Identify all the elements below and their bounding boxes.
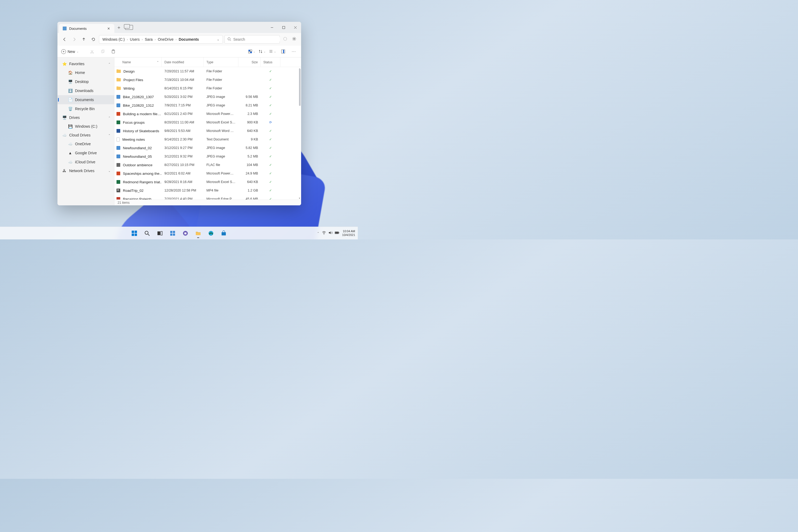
scrollbar-thumb[interactable] xyxy=(299,69,301,106)
search-input[interactable] xyxy=(233,37,280,41)
file-date: 8/27/2021 10:15 PM xyxy=(162,163,204,167)
file-explorer-icon[interactable] xyxy=(193,228,204,239)
file-row[interactable]: Project Files7/19/2021 10:04 AMFile Fold… xyxy=(114,76,301,84)
filter-button[interactable]: ⌄ xyxy=(248,50,255,54)
paste-icon[interactable] xyxy=(110,48,117,55)
file-row[interactable]: Spaceships among the…9/2/2021 6:02 AMMic… xyxy=(114,169,301,178)
column-status[interactable]: Status xyxy=(261,57,280,67)
store-icon[interactable] xyxy=(218,228,229,239)
more-icon[interactable]: ⋯ xyxy=(290,48,298,55)
sidebar-item-downloads[interactable]: ⬇️Downloads xyxy=(57,86,114,95)
task-view-icon[interactable] xyxy=(155,228,165,239)
file-name: Design xyxy=(124,70,135,73)
breadcrumb[interactable]: Windows (C:)›Users›Sara›OneDrive›Documen… xyxy=(99,35,223,44)
settings-icon[interactable] xyxy=(290,37,298,42)
file-type: Microsoft Excel Sprea… xyxy=(204,120,238,124)
view-button[interactable]: ⌄ xyxy=(269,50,276,54)
file-row[interactable]: History of Skateboards9/8/2021 5:53 AMMi… xyxy=(114,127,301,135)
file-type: Microisoft Word Doc… xyxy=(204,129,238,133)
volume-icon[interactable] xyxy=(328,231,332,236)
file-size: 9 KB xyxy=(238,137,261,141)
battery-icon[interactable] xyxy=(335,231,339,235)
svg-rect-30 xyxy=(173,231,175,233)
minimize-button[interactable] xyxy=(266,22,278,33)
cut-icon[interactable] xyxy=(88,48,96,55)
close-button[interactable] xyxy=(289,22,301,33)
breadcrumb-segment[interactable]: Windows (C:) xyxy=(102,37,125,41)
sidebar-item-documents[interactable]: 📄Documents xyxy=(57,95,114,104)
maximize-button[interactable] xyxy=(278,22,289,33)
sidebar-section[interactable]: 🖥️Drives⌃ xyxy=(57,113,114,122)
file-date: 7/20/2021 11:57 AM xyxy=(162,70,204,73)
search-box[interactable] xyxy=(225,35,280,44)
widgets-icon[interactable] xyxy=(167,228,178,239)
sidebar-item-windows-c-[interactable]: 💾Windows (C:) xyxy=(57,122,114,131)
tab-overview-icon[interactable] xyxy=(125,25,133,30)
sidebar-item-home[interactable]: 🏠Home xyxy=(57,68,114,77)
sidebar-item-google-drive[interactable]: ▲Google Drive xyxy=(57,148,114,157)
sidebar-item-onedrive[interactable]: ☁️OneDrive xyxy=(57,139,114,148)
file-row[interactable]: RoadTrip_0212/28/2020 12:58 PMMP4 file1.… xyxy=(114,186,301,195)
txt-icon xyxy=(116,137,120,141)
file-row[interactable]: Outdoor ambience8/27/2021 10:15 PMFLAC f… xyxy=(114,161,301,169)
taskbar-clock[interactable]: 10:04 AM10/4/2021 xyxy=(342,230,355,236)
window-tab[interactable]: Documents ✕ xyxy=(59,24,114,33)
wifi-icon[interactable] xyxy=(322,231,326,236)
copy-icon[interactable] xyxy=(99,48,107,55)
sidebar-section[interactable]: ☁️Cloud Drives⌃ xyxy=(57,131,114,139)
file-row[interactable]: Newfoundland_023/12/2021 9:27 PMJPEG ima… xyxy=(114,144,301,152)
svg-point-4 xyxy=(228,38,230,40)
sync-status-icon[interactable] xyxy=(281,37,289,42)
start-button[interactable] xyxy=(129,228,140,239)
file-row[interactable]: Redmond Rangers triat…9/28/2021 8:16 AMM… xyxy=(114,178,301,186)
close-tab-icon[interactable]: ✕ xyxy=(107,26,111,31)
column-name[interactable]: Name⌃ xyxy=(114,57,162,67)
folder-icon xyxy=(116,70,121,73)
details-pane-icon[interactable] xyxy=(279,48,287,55)
sidebar-section[interactable]: ⭐Favorites⌃ xyxy=(57,60,114,68)
up-button[interactable] xyxy=(80,35,88,43)
svg-line-5 xyxy=(230,40,231,41)
file-row[interactable]: Meeting notes9/14/2021 2:30 PMText Docum… xyxy=(114,135,301,144)
file-date: 3/12/2021 9:27 PM xyxy=(162,146,204,150)
column-date[interactable]: Date modified xyxy=(162,57,204,67)
sidebar-item-desktop[interactable]: 🖥️Desktop xyxy=(57,77,114,86)
taskbar-search-icon[interactable] xyxy=(142,228,152,239)
breadcrumb-segment[interactable]: Documents xyxy=(179,37,199,41)
file-name: Writing xyxy=(124,87,135,91)
tray-chevron-icon[interactable]: ⌃ xyxy=(317,232,319,234)
breadcrumb-segment[interactable]: OneDrive xyxy=(158,37,173,41)
breadcrumb-dropdown-icon[interactable]: ⌄ xyxy=(217,38,220,41)
new-tab-button[interactable]: ＋ xyxy=(114,24,124,31)
sidebar-section[interactable]: 🖧Network Drives⌄ xyxy=(57,167,114,175)
file-row[interactable]: Focus groups8/20/2021 11:00 AMMicrosoft … xyxy=(114,118,301,127)
breadcrumb-segment[interactable]: Sara xyxy=(145,37,153,41)
file-row[interactable]: Writing8/14/2021 6:15 PMFile Folder✓ xyxy=(114,84,301,93)
edge-icon[interactable] xyxy=(206,228,216,239)
back-button[interactable] xyxy=(61,35,69,43)
file-status-icon: ✓ xyxy=(261,87,280,90)
forward-button[interactable] xyxy=(70,35,78,43)
file-row[interactable]: Bike_210620_13075/20/2021 3:02 PMJPEG im… xyxy=(114,93,301,101)
sidebar-item-icloud-drive[interactable]: ☁️iCloud Drive xyxy=(57,157,114,167)
svg-point-6 xyxy=(284,37,287,40)
img-icon xyxy=(116,95,120,99)
file-size: 5.82 MB xyxy=(238,146,261,150)
file-type: JPEG image xyxy=(204,155,238,158)
chevron-icon: ⌃ xyxy=(108,62,110,65)
new-button[interactable]: + New ⌄ xyxy=(61,49,79,54)
svg-point-7 xyxy=(294,38,295,40)
sort-button[interactable]: ⌄ xyxy=(259,50,266,54)
refresh-button[interactable] xyxy=(89,35,97,43)
column-size[interactable]: Size xyxy=(238,57,261,67)
breadcrumb-segment[interactable]: Users xyxy=(130,37,140,41)
file-row[interactable]: Newfoundland_053/12/2021 9:32 PMJPEG ima… xyxy=(114,152,301,161)
sidebar-item-recycle-bin[interactable]: 🗑️Recycle Bin xyxy=(57,104,114,113)
file-row[interactable]: Repairing Raleigh…7/20/2021 4:40 PMMicro… xyxy=(114,195,301,200)
file-row[interactable]: Building a modern file…6/21/2021 2:43 PM… xyxy=(114,110,301,118)
file-row[interactable]: Bike_210620_13127/9/2021 7:15 PMJPEG ima… xyxy=(114,101,301,110)
scroll-down-icon[interactable]: ▼ xyxy=(299,197,301,200)
file-row[interactable]: Design7/20/2021 11:57 AMFile Folder✓ xyxy=(114,67,301,76)
column-type[interactable]: Type xyxy=(204,57,238,67)
teams-icon[interactable] xyxy=(180,228,191,239)
